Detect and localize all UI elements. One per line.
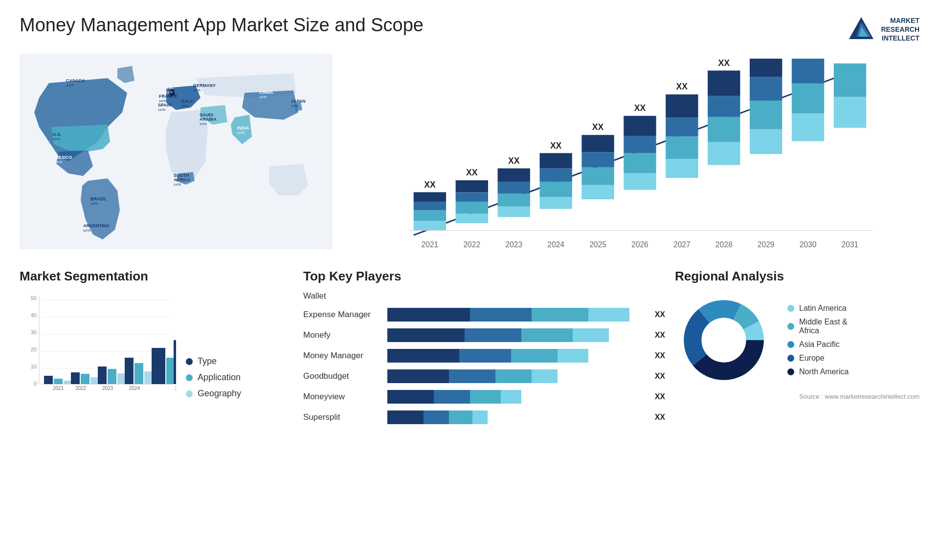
svg-rect-116 (54, 379, 63, 384)
donut-chart (675, 291, 773, 389)
svg-rect-135 (174, 340, 176, 384)
legend-dot-geography (186, 390, 193, 397)
svg-rect-94 (792, 59, 824, 84)
svg-rect-80 (708, 142, 740, 165)
svg-text:xx%: xx% (237, 130, 245, 135)
legend-asia-pacific: Asia Pacific (787, 340, 849, 349)
world-map: CANADA xx% U.S. xx% MEXICO xx% BRAZIL xx… (20, 54, 333, 249)
svg-rect-120 (81, 374, 89, 384)
regional-title: Regional Analysis (675, 269, 919, 284)
svg-rect-77 (666, 94, 698, 117)
svg-text:ITALY: ITALY (181, 99, 193, 104)
svg-rect-56 (539, 197, 572, 209)
svg-text:XX: XX (634, 103, 646, 113)
svg-text:U.K.: U.K. (165, 85, 174, 90)
svg-text:2024: 2024 (129, 386, 140, 391)
svg-text:AFRICA: AFRICA (174, 177, 190, 182)
svg-rect-41 (414, 192, 446, 202)
svg-rect-52 (498, 182, 530, 194)
legend-dot-europe (787, 355, 794, 362)
svg-rect-86 (750, 129, 782, 154)
logo-text: MARKET RESEARCH INTELLECT (881, 16, 919, 43)
svg-text:JAPAN: JAPAN (291, 99, 306, 104)
svg-rect-88 (750, 77, 782, 101)
svg-text:xx%: xx% (193, 88, 201, 92)
svg-rect-46 (456, 192, 488, 202)
legend-latin-america: Latin America (787, 304, 849, 313)
svg-text:20: 20 (31, 346, 37, 352)
svg-rect-83 (708, 70, 740, 96)
svg-text:2026: 2026 (631, 240, 648, 249)
svg-rect-74 (666, 159, 698, 178)
svg-text:2023: 2023 (505, 240, 522, 249)
player-monefy: Monefy XX (303, 328, 665, 342)
players-section: Top Key Players Wallet Expense Manager X… (303, 269, 665, 536)
svg-text:GERMANY: GERMANY (193, 83, 216, 88)
svg-text:XX: XX (424, 180, 436, 190)
legend-dot-asia-pacific (787, 341, 794, 348)
player-supersplit: Supersplit XX (303, 410, 665, 424)
svg-rect-44 (456, 214, 488, 223)
svg-text:xx%: xx% (158, 108, 165, 112)
player-bar-expense (387, 308, 645, 322)
page-title: Money Management App Market Size and Sco… (20, 15, 424, 36)
svg-text:MEXICO: MEXICO (55, 155, 72, 160)
svg-rect-64 (581, 152, 614, 167)
svg-text:ARGENTINA: ARGENTINA (83, 223, 110, 228)
svg-rect-123 (98, 366, 107, 384)
svg-text:CHINA: CHINA (259, 90, 273, 95)
players-list: Wallet Expense Manager XX Monefy (303, 291, 665, 424)
legend-dot-latin-america (787, 305, 794, 312)
svg-rect-63 (581, 168, 614, 185)
source-text: Source : www.marketresearchintellect.com (675, 393, 919, 400)
legend-application: Application (186, 372, 241, 383)
svg-text:2022: 2022 (75, 386, 87, 391)
svg-text:2025: 2025 (175, 386, 176, 391)
svg-text:xx%: xx% (259, 95, 267, 99)
map-section: CANADA xx% U.S. xx% MEXICO xx% BRAZIL xx… (20, 54, 333, 264)
svg-text:XX: XX (592, 122, 604, 132)
svg-text:2023: 2023 (102, 386, 113, 391)
player-bar-goodbudget (387, 369, 645, 383)
player-money-manager: Money Manager XX (303, 349, 665, 363)
growth-chart-section: XX 2021 XX 2022 XX 2023 (337, 54, 919, 264)
legend-geography: Geography (186, 388, 241, 399)
svg-rect-97 (834, 97, 866, 128)
legend-type: Type (186, 356, 241, 366)
svg-rect-68 (624, 173, 656, 190)
regional-legend: Latin America Middle East &Africa Asia P… (787, 304, 849, 376)
svg-rect-45 (456, 202, 488, 214)
logo-icon (847, 15, 876, 44)
svg-text:XX: XX (676, 82, 688, 91)
svg-text:XX: XX (550, 141, 562, 151)
svg-text:40: 40 (31, 312, 37, 318)
svg-text:FRANCE: FRANCE (159, 94, 178, 99)
svg-rect-82 (708, 96, 740, 117)
svg-rect-38 (414, 221, 446, 231)
svg-rect-53 (498, 169, 530, 182)
svg-rect-71 (624, 116, 656, 136)
svg-rect-76 (666, 117, 698, 136)
svg-rect-119 (71, 372, 80, 384)
player-wallet: Wallet (303, 291, 665, 301)
svg-text:2027: 2027 (673, 240, 691, 249)
svg-rect-58 (539, 169, 572, 182)
legend-dot-north-america (787, 368, 794, 375)
segmentation-legend: Type Application Geography (186, 356, 241, 399)
legend-north-america: North America (787, 367, 849, 376)
svg-text:xx%: xx% (291, 104, 298, 108)
svg-text:XX: XX (508, 156, 520, 166)
logo-area: MARKET RESEARCH INTELLECT (847, 15, 919, 44)
player-expense-manager: Expense Manager XX (303, 308, 665, 322)
svg-text:2022: 2022 (463, 240, 480, 249)
svg-rect-39 (414, 210, 446, 220)
svg-text:xx%: xx% (55, 160, 62, 164)
svg-text:0: 0 (34, 381, 37, 387)
svg-text:INDIA: INDIA (237, 126, 249, 130)
svg-rect-124 (108, 369, 116, 384)
svg-rect-59 (539, 153, 572, 168)
header: Money Management App Market Size and Sco… (20, 15, 919, 44)
legend-middle-east: Middle East &Africa (787, 318, 849, 335)
svg-rect-51 (498, 194, 530, 206)
legend-dot-application (186, 374, 193, 381)
